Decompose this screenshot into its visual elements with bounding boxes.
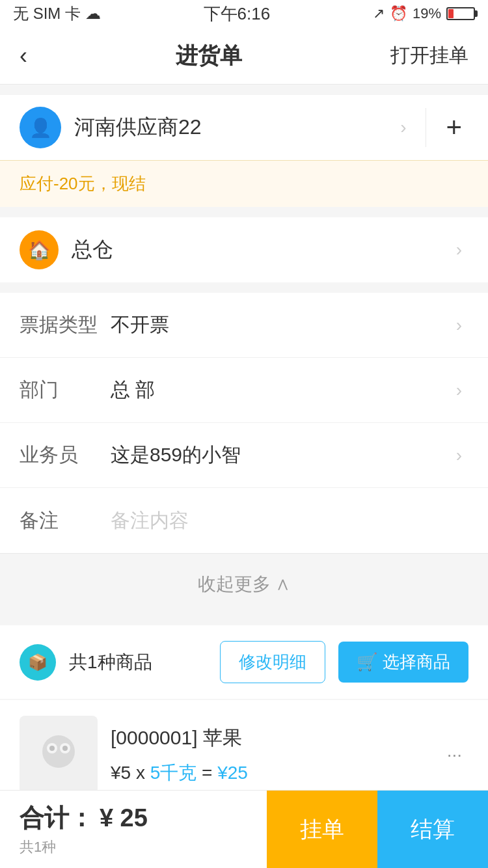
salesperson-row[interactable]: 业务员 这是859的小智 ›: [0, 423, 488, 488]
bottom-total: 合计： ¥ 25 共1种: [0, 791, 267, 868]
total-label: 合计：: [20, 804, 94, 832]
bottom-bar: 合计： ¥ 25 共1种 挂单 结算: [0, 790, 488, 868]
select-product-icon: 🛒: [357, 652, 377, 672]
supplier-chevron-icon: ›: [400, 117, 406, 138]
products-icon-symbol: 📦: [28, 653, 47, 671]
open-pending-button[interactable]: 打开挂单: [390, 42, 468, 69]
product-thumb-icon: [33, 729, 85, 781]
product-price: ¥5 x 5千克 = ¥25: [111, 761, 427, 785]
product-thumbnail: [20, 716, 98, 794]
products-icon: 📦: [20, 644, 56, 681]
salesperson-value: 这是859的小智: [104, 442, 456, 468]
price-total: ¥25: [217, 763, 248, 783]
status-left: 无 SIM 卡 ☁: [13, 3, 101, 24]
battery-label: 19%: [413, 5, 441, 22]
supplier-warning: 应付-20元，现结: [0, 160, 488, 207]
supplier-name: 河南供应商22: [74, 113, 400, 142]
status-right: ↗ ⏰ 19%: [373, 5, 475, 22]
total-value: ¥ 25: [100, 804, 148, 832]
total-sub: 共1种: [20, 837, 247, 857]
remark-row[interactable]: 备注 备注内容: [0, 488, 488, 553]
warehouse-row[interactable]: 🏠 总仓 ›: [0, 217, 488, 282]
product-info: [0000001] 苹果 ¥5 x 5千克 = ¥25: [111, 725, 427, 785]
price-multiply: x: [131, 763, 150, 783]
department-chevron-icon: ›: [456, 380, 462, 401]
invoice-chevron-icon: ›: [456, 315, 462, 336]
collapse-button[interactable]: 收起更多 ∧: [0, 553, 488, 615]
product-more-button[interactable]: ···: [441, 738, 468, 772]
salesperson-chevron-icon: ›: [456, 445, 462, 466]
remark-label: 备注: [20, 508, 104, 534]
warehouse-chevron-icon: ›: [456, 239, 462, 260]
price-equals: =: [197, 763, 217, 783]
battery-icon: [446, 7, 475, 20]
svg-point-3: [49, 746, 55, 751]
warehouse-icon-symbol: 🏠: [28, 239, 51, 261]
separator-1: [0, 85, 488, 95]
sim-label: 无 SIM 卡 ☁: [13, 3, 101, 24]
department-value: 总 部: [104, 377, 456, 403]
department-row[interactable]: 部门 总 部 ›: [0, 358, 488, 423]
supplier-row[interactable]: 👤 河南供应商22 › +: [0, 95, 488, 160]
product-name: [0000001] 苹果: [111, 725, 427, 752]
suspend-button[interactable]: 挂单: [267, 791, 377, 868]
status-time: 下午6:16: [204, 3, 271, 25]
supplier-avatar: 👤: [20, 107, 61, 148]
products-header: 📦 共1种商品 修改明细 🛒 选择商品: [0, 625, 488, 699]
supplier-avatar-icon: 👤: [29, 117, 52, 139]
invoice-type-value: 不开票: [104, 312, 456, 338]
alarm-icon: ⏰: [390, 5, 407, 22]
form-section: 票据类型 不开票 › 部门 总 部 › 业务员 这是859的小智 › 备注 备注…: [0, 293, 488, 553]
location-icon: ↗: [373, 5, 385, 22]
vertical-divider: [426, 108, 426, 147]
warehouse-icon: 🏠: [20, 230, 59, 269]
select-product-button[interactable]: 🛒 选择商品: [338, 642, 468, 683]
add-button[interactable]: +: [439, 112, 468, 143]
products-count: 共1种商品: [69, 650, 207, 675]
salesperson-label: 业务员: [20, 442, 104, 468]
back-button[interactable]: ‹: [20, 42, 27, 70]
nav-bar: ‹ 进货单 打开挂单: [0, 27, 488, 85]
edit-detail-button[interactable]: 修改明细: [220, 641, 325, 683]
page-title: 进货单: [176, 41, 242, 71]
checkout-button[interactable]: 结算: [377, 791, 488, 868]
total-line: 合计： ¥ 25: [20, 802, 247, 835]
supplier-card: 👤 河南供应商22 › + 应付-20元，现结: [0, 95, 488, 207]
battery-fill: [448, 9, 454, 18]
department-label: 部门: [20, 377, 104, 403]
svg-point-4: [62, 746, 68, 751]
price-unit: ¥5: [111, 763, 131, 783]
invoice-type-row[interactable]: 票据类型 不开票 ›: [0, 293, 488, 358]
price-qty: 5千克: [150, 763, 197, 783]
status-bar: 无 SIM 卡 ☁ 下午6:16 ↗ ⏰ 19%: [0, 0, 488, 27]
remark-placeholder: 备注内容: [104, 508, 468, 534]
invoice-type-label: 票据类型: [20, 312, 104, 338]
warehouse-name: 总仓: [72, 236, 456, 264]
select-product-label: 选择商品: [383, 651, 450, 673]
